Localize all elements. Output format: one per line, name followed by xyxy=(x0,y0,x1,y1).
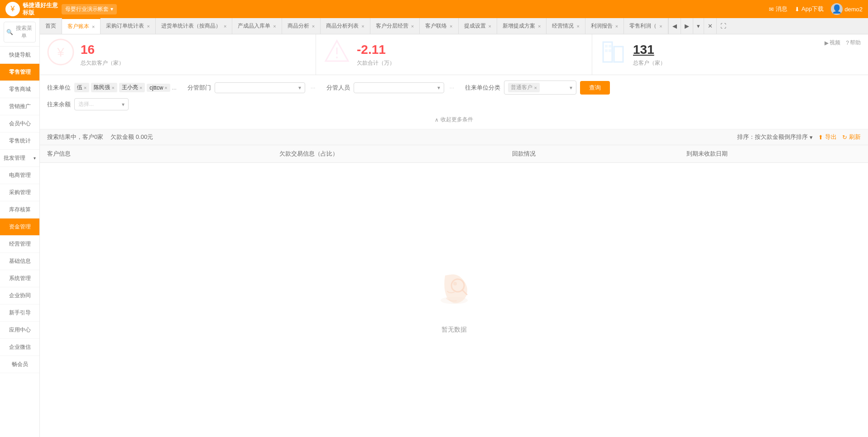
sidebar-item-ecommerce[interactable]: 电商管理 xyxy=(0,167,39,184)
tab-product-analysis[interactable]: 商品分析 × xyxy=(282,18,321,34)
app-wrapper: ¥ 畅捷通好生意 标版 母婴行业演示帐套 ▾ ✉ 消息 ⬇ App下载 xyxy=(0,0,868,437)
tab-customer-ledger[interactable]: 客户账本 × xyxy=(62,18,101,34)
tab-dropdown[interactable]: ▾ xyxy=(693,18,704,34)
filter-tag-chen: 陈民强 × xyxy=(91,83,117,92)
remove-tag-chen[interactable]: × xyxy=(111,85,114,90)
chevron-up-icon: ∧ xyxy=(435,117,439,123)
tab-close-icon[interactable]: × xyxy=(411,24,414,29)
tab-close-icon[interactable]: × xyxy=(489,24,491,29)
unit-class-label: 往来单位分类 xyxy=(465,84,500,92)
message-icon: ✉ xyxy=(769,6,774,13)
tab-close-icon[interactable]: × xyxy=(615,24,618,29)
filter-tag-wu: 伍 × xyxy=(74,83,89,92)
store-selector[interactable]: 母婴行业演示帐套 ▾ xyxy=(62,4,117,14)
tab-close-icon[interactable]: × xyxy=(224,24,226,29)
chevron-down-icon: ▾ xyxy=(437,85,440,91)
sort-selector[interactable]: 排序：按欠款金额倒序排序 ▾ xyxy=(737,133,813,141)
empty-icon xyxy=(432,266,477,320)
tab-close-icon[interactable]: × xyxy=(273,24,276,29)
more-tags-button[interactable]: ... xyxy=(172,85,177,91)
table-header: 客户信息 欠款交易信息（占比） 回款情况 到期未收款日期 xyxy=(40,145,868,163)
sidebar-item-finance[interactable]: 资金管理 xyxy=(0,218,39,236)
sidebar-item-retail-stats[interactable]: 零售统计 xyxy=(0,133,39,150)
remove-unit-class-tag[interactable]: × xyxy=(534,85,537,90)
message-button[interactable]: ✉ 消息 xyxy=(769,5,787,13)
dept-select[interactable]: ▾ xyxy=(215,82,305,93)
stat-customer-label: 总客户（家） xyxy=(633,59,666,67)
tab-product-analysis-list[interactable]: 商品分析列表 × xyxy=(321,18,370,34)
tab-scroll-right[interactable]: ▶ xyxy=(681,18,693,34)
stat-value-area-2: -2.11 欠款合计（万） xyxy=(357,42,395,67)
refresh-button[interactable]: ↻ 刷新 xyxy=(842,133,861,141)
collapse-button[interactable]: ∧ 收起更多条件 xyxy=(435,116,473,124)
export-button[interactable]: ⬆ 导出 xyxy=(818,133,837,141)
search-icon: 🔍 xyxy=(6,29,13,35)
sidebar-item-member[interactable]: 畅会员 xyxy=(0,356,39,373)
app-download-button[interactable]: ⬇ App下载 xyxy=(795,5,824,13)
col-repayment: 回款情况 xyxy=(512,150,686,158)
sidebar-item-marketing[interactable]: 营销推广 xyxy=(0,98,39,115)
sidebar-item-wechat-work[interactable]: 企业微信 xyxy=(0,339,39,356)
help-button[interactable]: ? 帮助 xyxy=(846,39,861,47)
tab-close-icon[interactable]: × xyxy=(361,24,364,29)
user-profile[interactable]: 👤 demo2 xyxy=(831,3,863,15)
remove-tag-wang[interactable]: × xyxy=(139,85,142,90)
unit-class-select[interactable]: 普通客户 × ▾ xyxy=(504,81,576,95)
right-panel: 首页 客户账本 × 采购订单统计表 × 进货单统计表（按商品） × 产成品入库单… xyxy=(40,18,868,437)
tab-product-inbound[interactable]: 产成品入库单 × xyxy=(232,18,282,34)
results-bar: 搜索结果中，客户0家 欠款金额 0.00元 排序：按欠款金额倒序排序 ▾ ⬆ 导… xyxy=(40,129,868,145)
chevron-down-icon: ▾ xyxy=(810,134,813,141)
person-filter-label: 分管人员 xyxy=(326,84,350,92)
sidebar-item-app-center[interactable]: 应用中心 xyxy=(0,322,39,339)
tab-expand[interactable]: ⛶ xyxy=(716,18,730,34)
sidebar-item-basic-info[interactable]: 基础信息 xyxy=(0,253,39,270)
sidebar-item-retail-mgmt[interactable]: 零售管理 xyxy=(0,64,39,81)
stat-value-area-1: 16 总欠款客户（家） xyxy=(81,42,124,67)
tab-profit-report[interactable]: 利润报告 × xyxy=(585,18,624,34)
video-help-button[interactable]: ▶ 视频 xyxy=(825,39,840,47)
dept-filter-label: 分管部门 xyxy=(187,84,211,92)
search-button[interactable]: 查询 xyxy=(580,81,610,95)
tab-close-icon[interactable]: × xyxy=(147,24,149,29)
balance-select[interactable]: 选择... ▾ xyxy=(74,98,129,110)
sidebar-item-purchase[interactable]: 采购管理 xyxy=(0,184,39,201)
tab-customer-tier[interactable]: 客户分层经营 × xyxy=(370,18,420,34)
tab-close-icon[interactable]: × xyxy=(312,24,315,29)
stats-row: ¥ 16 总欠款客户（家） xyxy=(40,34,868,75)
tab-close-all[interactable]: ✕ xyxy=(704,18,716,34)
main-layout: 🔍 搜索菜单 快捷导航 零售管理 零售商城 营销推广 会员中心 零售统计 xyxy=(0,18,868,437)
tab-close-icon[interactable]: × xyxy=(659,24,662,29)
remove-tag-wu[interactable]: × xyxy=(84,85,86,90)
tab-purchase-order-stats[interactable]: 采购订单统计表 × xyxy=(101,18,155,34)
help-icon: ? xyxy=(846,40,849,46)
sidebar-item-system[interactable]: 系统管理 xyxy=(0,270,39,287)
tab-close-icon[interactable]: × xyxy=(538,24,541,29)
sidebar-item-enterprise[interactable]: 企业协同 xyxy=(0,287,39,304)
tab-home[interactable]: 首页 xyxy=(40,18,62,34)
sidebar-item-wholesale[interactable]: 批发管理 ▾ xyxy=(0,150,39,167)
tab-operations[interactable]: 经营情况 × xyxy=(547,18,585,34)
sidebar-item-inventory[interactable]: 库存核算 xyxy=(0,201,39,218)
tab-close-icon[interactable]: × xyxy=(576,24,579,29)
tab-retail-profit[interactable]: 零售利润（ × xyxy=(624,18,668,34)
remove-tag-cjttcw[interactable]: × xyxy=(164,85,167,90)
sidebar-item-operations[interactable]: 经营管理 xyxy=(0,236,39,253)
sidebar-item-quick-nav[interactable]: 快捷导航 xyxy=(0,47,39,64)
tab-commission-settings[interactable]: 提成设置 × xyxy=(459,18,497,34)
tab-purchase-stats-by-product[interactable]: 进货单统计表（按商品） × xyxy=(156,18,232,34)
filter-tag-wang: 王小亮 × xyxy=(119,83,145,92)
search-menu-button[interactable]: 🔍 搜索菜单 xyxy=(4,22,36,43)
col-due-date: 到期未收款日期 xyxy=(686,150,861,158)
svg-marker-2 xyxy=(326,41,348,61)
tab-close-icon[interactable]: × xyxy=(450,24,452,29)
balance-filter-label: 往来余额 xyxy=(47,100,71,109)
person-select[interactable]: ▾ xyxy=(354,82,444,93)
tab-scroll-left[interactable]: ◀ xyxy=(668,18,681,34)
tab-close-icon[interactable]: × xyxy=(92,24,95,29)
tab-bar: 首页 客户账本 × 采购订单统计表 × 进货单统计表（按商品） × 产成品入库单… xyxy=(40,18,868,34)
tab-customer-contact[interactable]: 客户联络 × xyxy=(420,18,458,34)
sidebar-item-member-center[interactable]: 会员中心 xyxy=(0,115,39,133)
sidebar-item-retail-mall[interactable]: 零售商城 xyxy=(0,81,39,98)
tab-new-commission[interactable]: 新增提成方案 × xyxy=(497,18,547,34)
sidebar-item-new-guide[interactable]: 新手引导 xyxy=(0,304,39,322)
